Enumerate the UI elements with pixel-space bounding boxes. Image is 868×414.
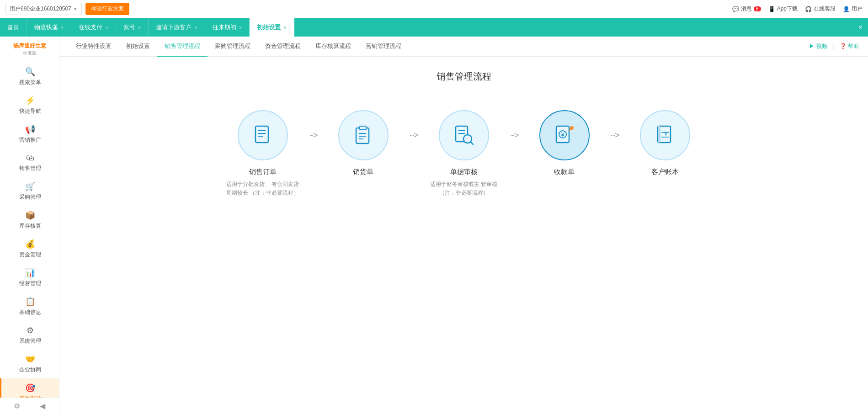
sidebar-icon-6: 💰 [25,239,35,249]
user-name-label: 用户 [852,5,863,13]
sidebar-item-6[interactable]: 💰资金管理 [0,234,59,263]
flow-step-title-4: 客户账本 [651,168,679,176]
sidebar-label-7: 经营管理 [19,280,41,287]
flow-step-title-1: 销货单 [353,168,373,176]
flow-arrow-1: ···> [299,110,327,140]
sidebar-item-8[interactable]: 📋基础信息 [0,292,59,321]
nav-tab-1[interactable]: 物流快递 × [27,18,71,37]
flow-circle-3[interactable]: ¥ [539,110,590,160]
sub-tab-1[interactable]: 初始设置 [119,37,157,57]
flow-arrow-3: ···> [501,110,528,140]
avatar-icon: 👤 [843,6,850,12]
nav-tab-close-2[interactable]: × [105,25,108,30]
sidebar-label-1: 快捷导航 [19,107,41,115]
sidebar-bottom: ⚙ ◀ [0,398,59,414]
flow-circle-0[interactable] [238,110,288,160]
sub-tab-right-0[interactable]: ▶ 视频 [809,42,827,50]
sidebar-label-5: 库存核算 [19,222,41,230]
collapse-icon[interactable]: ◀ [40,402,45,410]
user-selector[interactable]: 用户690企业1660120507 ▼ [5,3,82,15]
logo-sub: 标准版 [23,50,37,56]
flow-circle-1[interactable] [338,110,389,160]
sidebar-item-11[interactable]: 🎯新手引导 [0,378,59,398]
flow-circle-2[interactable] [439,110,489,160]
nav-close-all[interactable]: × [853,18,868,37]
svg-point-18 [570,126,574,130]
flow-diagram: 销售订单适用于分批发货、 有合同发货周期较长 （注：非必要流程）···>销货单·… [78,110,850,197]
sidebar-item-5[interactable]: 📦库存核算 [0,206,59,234]
content-area: 行业特性设置初始设置销售管理流程采购管理流程资金管理流程库存核算流程营销管理流程… [59,37,868,414]
sub-tabs-left: 行业特性设置初始设置销售管理流程采购管理流程资金管理流程库存核算流程营销管理流程 [69,37,409,57]
nav-tab-3[interactable]: 账号 × [116,18,149,37]
sidebar-icon-9: ⚙ [27,325,34,335]
sidebar-item-7[interactable]: 📊经营管理 [0,263,59,292]
nav-tab-close-4[interactable]: × [194,25,197,30]
online-service-item[interactable]: 🎧 在线客服 [805,5,836,13]
sidebar-item-2[interactable]: 📢营销推广 [0,120,59,149]
sidebar-item-0[interactable]: 🔍搜索菜单 [0,62,59,91]
download-icon: 📱 [768,6,775,12]
sidebar-icon-3: 🛍 [26,153,34,163]
sidebar-icon-10: 🤝 [25,354,35,364]
sidebar-item-4[interactable]: 🛒采购管理 [0,177,59,206]
flow-step-desc-2: 适用于财务审核或主 管审核 （注：非必要流程） [427,180,501,197]
sidebar-label-2: 营销推广 [19,136,41,144]
sub-tabs: 行业特性设置初始设置销售管理流程采购管理流程资金管理流程库存核算流程营销管理流程… [59,37,868,57]
nav-tab-close-1[interactable]: × [61,25,64,30]
sidebar-icon-4: 🛒 [25,181,35,191]
app-download-label: App下载 [777,5,798,13]
sidebar-logo: 畅库通好生意 标准版 [0,37,59,62]
sub-tab-4[interactable]: 资金管理流程 [258,37,308,57]
sidebar-icon-0: 🔍 [25,67,35,77]
nav-tab-close-6[interactable]: × [283,25,286,30]
flow-step-1: 销货单 [327,110,400,180]
flow-arrow-2: ···> [400,110,427,140]
flow-step-title-2: 单据审核 [450,168,478,176]
sidebar-item-1[interactable]: ⚡快捷导航 [0,91,59,120]
sidebar-items: 🔍搜索菜单⚡快捷导航📢营销推广🛍销售管理🛒采购管理📦库存核算💰资金管理📊经营管理… [0,62,59,398]
sub-tab-6[interactable]: 营销管理流程 [358,37,409,57]
nav-tab-5[interactable]: 往来期初 × [205,18,250,37]
service-icon: 🎧 [805,6,812,12]
nav-tab-0[interactable]: 首页 [0,18,27,37]
flow-arrow-4: ···> [601,110,628,140]
nav-tab-6[interactable]: 初始设置 × [250,18,294,37]
flow-circle-4[interactable]: ¥ [640,110,690,160]
sidebar-item-3[interactable]: 🛍销售管理 [0,149,59,177]
trial-button[interactable]: 体验行业方案 [85,3,129,15]
svg-line-13 [470,142,473,144]
sub-tab-0[interactable]: 行业特性设置 [69,37,119,57]
message-badge: 6 [754,6,761,11]
sub-tab-3[interactable]: 采购管理流程 [208,37,258,57]
user-avatar-item[interactable]: 👤 用户 [843,5,863,13]
sidebar-icon-2: 📢 [25,124,35,134]
sidebar-item-9[interactable]: ⚙系统管理 [0,321,59,350]
top-bar: 用户690企业1660120507 ▼ 体验行业方案 💬 消息 6 📱 App下… [0,0,868,18]
nav-tab-4[interactable]: 邀请下游客户 × [149,18,205,37]
nav-tab-close-5[interactable]: × [239,25,242,30]
svg-rect-20 [658,126,660,143]
message-item[interactable]: 💬 消息 6 [732,5,761,13]
sidebar-label-3: 销售管理 [19,165,41,172]
settings-icon[interactable]: ⚙ [14,402,20,410]
top-bar-left: 用户690企业1660120507 ▼ 体验行业方案 [5,3,129,15]
sidebar-label-6: 资金管理 [19,251,41,259]
nav-tab-close-3[interactable]: × [138,25,141,30]
nav-tab-2[interactable]: 在线支付 × [71,18,116,37]
sidebar: 畅库通好生意 标准版 🔍搜索菜单⚡快捷导航📢营销推广🛍销售管理🛒采购管理📦库存核… [0,37,59,414]
app-download-item[interactable]: 📱 App下载 [768,5,798,13]
flow-step-4: ¥客户账本 [628,110,702,180]
flow-step-3: ¥收款单 [528,110,601,180]
message-icon: 💬 [732,6,739,12]
sub-tab-right-1[interactable]: ❓ 帮助 [840,42,859,50]
svg-text:¥: ¥ [560,132,564,138]
sidebar-item-10[interactable]: 🤝企业协同 [0,350,59,378]
flow-step-desc-0: 适用于分批发货、 有合同发货周期较长 （注：非必要流程） [226,180,299,197]
main-layout: 畅库通好生意 标准版 🔍搜索菜单⚡快捷导航📢营销推广🛍销售管理🛒采购管理📦库存核… [0,37,868,414]
flow-step-title-3: 收款单 [554,168,575,176]
sub-tab-5[interactable]: 库存核算流程 [308,37,358,57]
sidebar-label-8: 基础信息 [19,308,41,316]
logo-text: 畅库通好生意 [13,42,46,50]
sub-tabs-right: ▶ 视频|❓ 帮助 [809,42,859,50]
sub-tab-2[interactable]: 销售管理流程 [157,37,208,57]
